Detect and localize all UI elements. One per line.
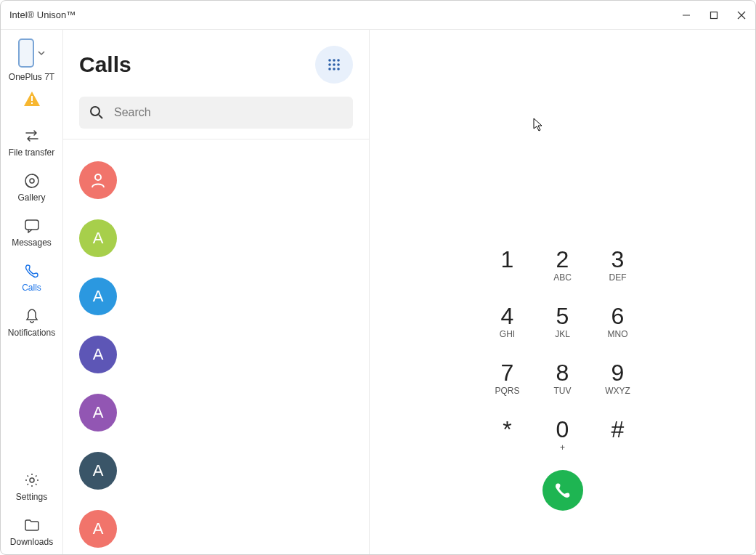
sidebar-item-label: Downloads [10,537,53,547]
dialpad-key-8[interactable]: 8TUV [535,361,590,403]
sidebar-item-file-transfer[interactable]: File transfer [1,120,62,165]
sidebar-item-label: Messages [12,238,52,248]
key-letters: TUV [554,386,572,396]
avatar: A [79,219,117,257]
key-letters: + [560,442,565,453]
close-button[interactable] [736,10,747,20]
search-input[interactable] [114,106,343,119]
bell-icon [25,307,39,325]
sidebar-item-label: Calls [22,283,41,293]
search-icon [89,105,104,120]
contact-row[interactable]: A [79,267,353,325]
window-controls [681,10,747,20]
sidebar-item-downloads[interactable]: Downloads [1,509,62,554]
gear-icon [24,471,40,489]
dialpad-key-0[interactable]: 0+ [535,418,590,460]
dialer-pane: 12ABC3DEF4GHI5JKL6MNO7PQRS8TUV9WXYZ*0+# [370,30,755,554]
key-letters: DEF [609,272,627,283]
dialpad-key-2[interactable]: 2ABC [535,248,590,290]
avatar: A [79,336,117,373]
contact-row[interactable]: A [79,325,353,384]
key-letters: ABC [553,272,572,283]
svg-point-22 [95,174,101,180]
key-digit: # [611,418,625,441]
device-selector[interactable]: OnePlus 7T [9,39,54,82]
svg-point-19 [337,68,340,70]
avatar [79,161,117,199]
window-title: Intel® Unison™ [9,9,76,20]
sidebar-item-label: Notifications [8,328,55,338]
avatar: A [79,510,117,548]
key-digit: 8 [556,361,569,384]
svg-line-21 [99,115,102,118]
dialpad-key-*[interactable]: * [480,418,535,460]
svg-rect-1 [711,12,718,18]
page-title: Calls [79,52,131,77]
phone-icon [553,481,572,500]
titlebar: Intel® Unison™ [1,1,755,30]
dialpad-toggle-button[interactable] [315,46,353,84]
avatar: A [79,452,117,490]
svg-rect-5 [31,96,33,101]
dialpad-key-7[interactable]: 7PQRS [480,361,535,403]
svg-point-16 [337,63,340,66]
svg-rect-9 [25,220,38,230]
avatar: A [79,278,117,315]
key-digit: * [503,418,511,441]
contact-row[interactable]: A [79,500,353,554]
key-letters: WXYZ [605,386,630,396]
dialpad-key-9[interactable]: 9WXYZ [590,361,646,403]
dialpad-key-#[interactable]: # [590,418,646,460]
folder-icon [24,516,40,534]
dialpad-key-1[interactable]: 1 [480,248,535,290]
key-digit: 3 [611,248,625,271]
key-digit: 5 [556,304,569,328]
sidebar-item-settings[interactable]: Settings [1,464,62,509]
device-name: OnePlus 7T [9,72,54,82]
transfer-icon [24,127,40,145]
contact-row[interactable]: A [79,384,353,442]
dialpad-key-4[interactable]: 4GHI [480,304,535,347]
svg-point-10 [30,478,34,482]
svg-point-14 [328,63,331,66]
search-box[interactable] [79,97,353,129]
sidebar: OnePlus 7T File transfer Gallery Message… [1,30,63,554]
phone-icon [18,39,34,68]
key-digit: 9 [611,361,625,384]
contact-row[interactable]: A [79,209,353,267]
key-digit: 1 [501,248,514,271]
key-digit: 6 [611,304,625,328]
key-digit: 7 [501,361,514,384]
contact-row[interactable] [79,151,353,209]
svg-point-18 [333,68,336,70]
sidebar-item-calls[interactable]: Calls [1,255,62,300]
dialpad-key-6[interactable]: 6MNO [590,304,646,347]
minimize-button[interactable] [681,10,691,20]
maximize-button[interactable] [709,10,719,20]
svg-point-8 [30,179,34,183]
dialpad: 12ABC3DEF4GHI5JKL6MNO7PQRS8TUV9WXYZ*0+# [480,248,646,460]
contacts-pane: Calls AAAAAA [63,30,370,554]
warning-icon[interactable] [23,91,41,110]
call-button[interactable] [542,470,583,511]
svg-point-12 [333,59,336,62]
key-digit: 2 [556,248,569,271]
contact-row[interactable]: A [79,442,353,500]
contacts-list[interactable]: AAAAAA [63,139,369,554]
key-letters: JKL [555,329,570,339]
key-digit: 4 [501,304,514,328]
dialpad-key-5[interactable]: 5JKL [535,304,590,347]
gallery-icon [24,172,40,190]
key-letters: GHI [500,329,515,339]
key-letters: PQRS [495,386,519,396]
sidebar-item-label: Settings [16,492,47,502]
calls-icon [24,262,40,280]
sidebar-item-messages[interactable]: Messages [1,210,62,255]
svg-point-13 [337,59,340,62]
sidebar-item-notifications[interactable]: Notifications [1,300,62,345]
sidebar-item-label: File transfer [9,147,54,158]
messages-icon [24,217,40,235]
svg-rect-6 [31,102,33,104]
dialpad-key-3[interactable]: 3DEF [590,248,646,290]
sidebar-item-gallery[interactable]: Gallery [1,165,62,210]
